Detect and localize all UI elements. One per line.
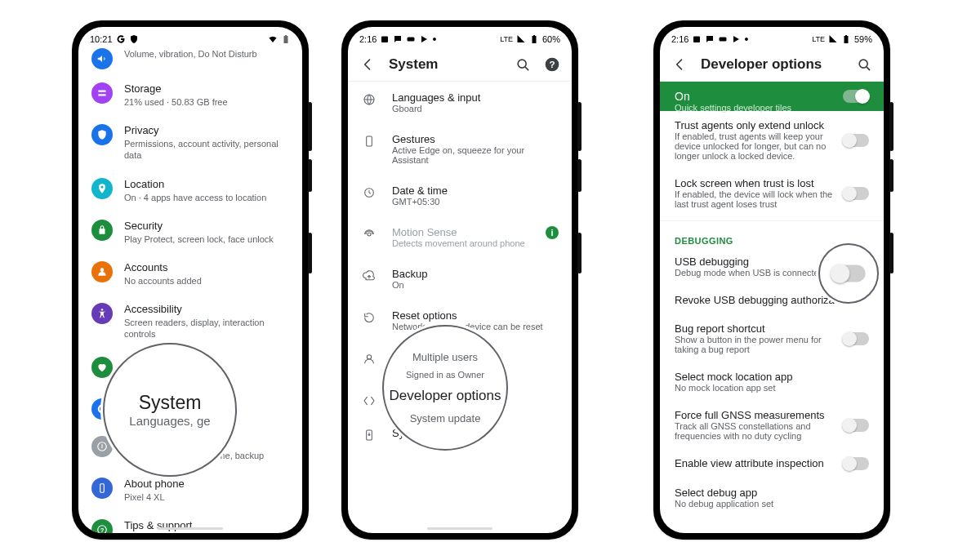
battery-icon [281,34,291,44]
list-item-storage[interactable]: Storage21% used · 50.83 GB free [78,74,302,116]
svg-point-3 [101,309,103,310]
privacy-icon [91,124,113,145]
reset-icon [361,309,377,324]
battery-icon [841,34,851,44]
calendar-icon [380,34,390,44]
play-icon [731,34,741,44]
list-item-backup[interactable]: BackupOn [348,258,572,300]
list-item-about[interactable]: About phonePixel 4 XL [78,469,302,511]
row-debug-app[interactable]: Select debug appNo debug application set [660,478,884,517]
tips-icon: ? [91,519,113,533]
svg-text:?: ? [100,527,105,533]
power-button [577,233,582,273]
toggle-view-attr[interactable] [843,457,869,470]
about-icon [91,478,113,499]
svg-rect-10 [408,38,415,42]
row-view-attr[interactable]: Enable view attribute inspection [660,449,884,478]
security-icon [91,220,113,241]
back-icon[interactable] [671,56,688,73]
volume-button [577,102,582,151]
row-bug-report-shortcut[interactable]: Bug report shortcutShow a button in the … [660,314,884,362]
master-switch-bar[interactable]: On Quick settings developer tiles [660,82,884,111]
youtube-icon [406,34,416,44]
page-title: System [389,56,438,73]
row-mock-location[interactable]: Select mock location appNo mock location… [660,362,884,401]
developer-list[interactable]: Trust agents only extend unlockIf enable… [660,111,884,533]
accessibility-icon [91,303,113,324]
svg-text:?: ? [549,59,555,69]
toggle-bug-report[interactable] [843,332,869,345]
gesture-bar [158,527,223,530]
accounts-icon [91,261,113,282]
youtube-icon [718,34,728,44]
list-item-accounts[interactable]: AccountsNo accounts added [78,253,302,295]
gestures-icon [361,133,377,148]
toggle-lock-screen-trust[interactable] [843,187,869,200]
app-bar: System ? [348,48,572,82]
svg-point-17 [368,233,371,236]
wellbeing-icon [91,357,113,378]
wifi-icon [268,34,278,44]
svg-rect-9 [381,37,388,43]
list-item-motion-sense[interactable]: Motion SenseDetects movement around phon… [348,216,572,258]
divider [660,220,884,221]
search-icon[interactable] [515,56,531,73]
row-gnss[interactable]: Force full GNSS measurementsTrack all GN… [660,401,884,449]
list-item-privacy[interactable]: PrivacyPermissions, account activity, pe… [78,116,302,169]
volume-button-2 [889,159,893,192]
svg-rect-1 [98,94,105,96]
system-list[interactable]: Languages & inputGboard GesturesActive E… [348,82,572,533]
status-time: 10:21 [90,34,113,44]
search-icon[interactable] [856,56,872,73]
row-lock-screen-trust[interactable]: Lock screen when trust is lostIf enabled… [660,169,884,217]
users-icon [361,351,377,366]
list-item-date[interactable]: Date & timeGMT+05:30 [348,175,572,216]
magnifier-system: System Languages, ge [103,343,237,477]
list-item-gestures[interactable]: GesturesActive Edge on, squeeze for your… [348,123,572,175]
phone-system: 2:16 • LTE 60% System ? [341,20,578,540]
svg-rect-15 [367,136,372,146]
list-item-languages[interactable]: Languages & inputGboard [348,82,572,123]
location-icon [91,178,113,199]
power-button [889,233,893,273]
svg-point-11 [518,60,526,68]
svg-point-22 [859,60,867,68]
volume-button-2 [577,159,582,192]
gesture-bar [427,527,492,530]
list-item-accessibility[interactable]: AccessibilityScreen readers, display, in… [78,295,302,348]
magnifier-subtitle: Languages, ge [129,414,210,428]
status-time: 2:16 [359,34,377,44]
row-trust-agents[interactable]: Trust agents only extend unlockIf enable… [660,111,884,169]
list-item-sound[interactable]: Volume, vibration, Do Not Disturb [78,48,302,74]
signal-icon [516,34,526,44]
svg-point-18 [367,355,371,359]
update-icon [361,427,377,442]
developer-icon [361,393,377,407]
page-title: Developer options [701,56,822,73]
globe-icon [361,91,377,106]
toggle-gnss[interactable] [843,419,869,432]
list-item-security[interactable]: SecurityPlay Protect, screen lock, face … [78,211,302,253]
svg-text:i: i [101,443,103,449]
calendar-icon [692,34,702,44]
magnifier-usb-toggle [818,243,879,304]
play-icon [419,34,429,44]
info-badge[interactable]: i [546,226,559,239]
power-button [308,233,312,273]
master-switch[interactable] [843,90,869,103]
shield-icon [129,34,139,44]
list-item-location[interactable]: LocationOn · 4 apps have access to locat… [78,170,302,211]
svg-rect-21 [720,38,727,42]
app-bar: Developer options [660,48,884,82]
help-icon[interactable]: ? [544,56,560,73]
clock-icon [361,184,377,199]
svg-rect-20 [693,37,700,43]
magnifier-title: System [139,392,202,414]
back-icon[interactable] [359,56,376,73]
svg-rect-6 [100,484,105,493]
google-icon [116,34,126,44]
toggle-trust-agents[interactable] [843,134,869,147]
status-bar: 10:21 [78,27,302,48]
chat-icon [705,34,715,44]
usb-toggle-zoomed [831,265,866,282]
